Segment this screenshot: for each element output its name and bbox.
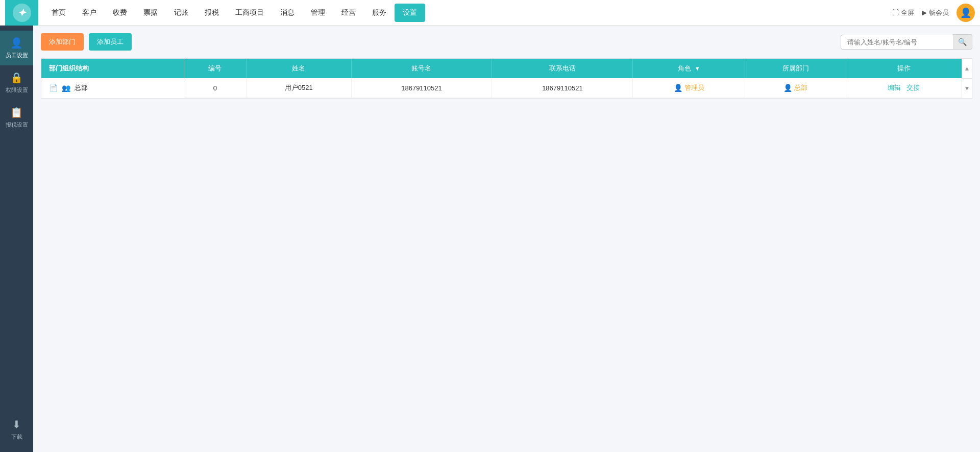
nav-item-operation[interactable]: 经营 xyxy=(333,0,364,26)
search-area: 🔍 xyxy=(841,34,972,50)
nav-item-service[interactable]: 服务 xyxy=(364,0,395,26)
sidebar-item-download[interactable]: ⬇ 下载 xyxy=(0,412,33,447)
sidebar-permission-label: 权限设置 xyxy=(6,86,28,94)
search-button[interactable]: 🔍 xyxy=(953,34,972,50)
employee-table: 编号 姓名 账号名 联系电话 角色 ▼ 所属部门 操作 xyxy=(184,59,962,98)
employee-area: 部门组织结构 📄 👥 总部 编号 姓名 账号名 联系电话 xyxy=(41,58,972,99)
nav-item-tax[interactable]: 报税 xyxy=(197,0,227,26)
toolbar: 添加部门 添加员工 🔍 xyxy=(41,33,972,51)
role-filter-icon[interactable]: ▼ xyxy=(695,65,700,72)
sidebar: 👤 员工设置 🔒 权限设置 📋 报税设置 ⬇ 下载 xyxy=(0,26,33,452)
dept-value: 总部 xyxy=(794,83,807,92)
nav-item-customer[interactable]: 客户 xyxy=(74,0,105,26)
transfer-link[interactable]: 交接 xyxy=(906,84,920,91)
role-badge: 👤 管理员 xyxy=(674,83,704,92)
lock-icon: 🔒 xyxy=(10,72,23,84)
nav-item-ticket[interactable]: 票据 xyxy=(135,0,166,26)
nav-item-account[interactable]: 记账 xyxy=(166,0,197,26)
table-body: 0 用户0521 18679110521 18679110521 👤 管理员 xyxy=(184,78,962,98)
cell-action: 编辑 交接 xyxy=(846,78,962,98)
add-dept-button[interactable]: 添加部门 xyxy=(41,33,84,51)
nav-item-manage[interactable]: 管理 xyxy=(303,0,333,26)
sidebar-item-tax-settings[interactable]: 📋 报税设置 xyxy=(0,100,33,135)
nav-item-business[interactable]: 工商项目 xyxy=(227,0,272,26)
dept-name: 总部 xyxy=(75,83,88,92)
fullscreen-btn[interactable]: ⛶ 全屏 xyxy=(892,8,914,17)
dept-user-icon: 👥 xyxy=(62,84,70,92)
role-label: 角色 xyxy=(678,64,691,72)
search-input[interactable] xyxy=(841,35,953,50)
role-value: 管理员 xyxy=(684,83,704,92)
col-header-account: 账号名 xyxy=(351,59,492,78)
sidebar-tax-label: 报税设置 xyxy=(6,121,28,129)
employee-icon: 👤 xyxy=(10,37,23,49)
cell-id: 0 xyxy=(184,78,246,98)
fullscreen-icon: ⛶ xyxy=(892,9,899,16)
nav-item-home[interactable]: 首页 xyxy=(43,0,74,26)
sidebar-item-permission[interactable]: 🔒 权限设置 xyxy=(0,65,33,100)
vip-label: 畅会员 xyxy=(929,8,949,17)
scroll-control: ▲ ▼ xyxy=(962,59,972,98)
vip-icon: ▶ xyxy=(922,9,927,16)
col-header-id: 编号 xyxy=(184,59,246,78)
col-header-phone: 联系电话 xyxy=(492,59,633,78)
col-header-dept: 所属部门 xyxy=(745,59,846,78)
sidebar-download-label: 下载 xyxy=(11,433,22,441)
col-header-role[interactable]: 角色 ▼ xyxy=(633,59,745,78)
dept-tree-header: 部门组织结构 xyxy=(41,59,184,78)
main-layout: 👤 员工设置 🔒 权限设置 📋 报税设置 ⬇ 下载 添加部门 添加员工 🔍 xyxy=(0,26,980,452)
download-icon: ⬇ xyxy=(12,418,21,431)
cell-account: 18679110521 xyxy=(351,78,492,98)
logo-icon: ✦ xyxy=(13,4,31,22)
cell-phone: 18679110521 xyxy=(492,78,633,98)
dept-user-icon: 👤 xyxy=(783,84,792,92)
dept-tree-item-root[interactable]: 📄 👥 总部 xyxy=(41,78,184,98)
top-navigation: ✦ 首页 客户 收费 票据 记账 报税 工商项目 消息 管理 经营 服务 设置 … xyxy=(0,0,980,26)
scroll-up-btn[interactable]: ▲ xyxy=(962,59,972,79)
fullscreen-label: 全屏 xyxy=(901,8,914,17)
edit-link[interactable]: 编辑 xyxy=(888,84,901,91)
cell-role: 👤 管理员 xyxy=(633,78,745,98)
main-content: 添加部门 添加员工 🔍 部门组织结构 📄 👥 总部 xyxy=(33,26,980,452)
user-avatar[interactable]: 👤 xyxy=(957,4,975,22)
app-logo[interactable]: ✦ xyxy=(5,0,38,26)
folder-icon: 📄 xyxy=(49,84,58,92)
cell-dept: 👤 总部 xyxy=(745,78,846,98)
nav-item-settings[interactable]: 设置 xyxy=(395,4,425,22)
tax-settings-icon: 📋 xyxy=(10,106,23,118)
vip-btn[interactable]: ▶ 畅会员 xyxy=(922,8,949,17)
table-header: 编号 姓名 账号名 联系电话 角色 ▼ 所属部门 操作 xyxy=(184,59,962,78)
col-header-name: 姓名 xyxy=(246,59,351,78)
sidebar-item-employee[interactable]: 👤 员工设置 xyxy=(0,31,33,65)
dept-tree: 部门组织结构 📄 👥 总部 xyxy=(41,59,184,98)
cell-name: 用户0521 xyxy=(246,78,351,98)
sidebar-employee-label: 员工设置 xyxy=(6,52,28,59)
scroll-down-btn[interactable]: ▼ xyxy=(962,79,972,98)
table-row: 0 用户0521 18679110521 18679110521 👤 管理员 xyxy=(184,78,962,98)
nav-item-message[interactable]: 消息 xyxy=(272,0,303,26)
dept-badge: 👤 总部 xyxy=(783,83,807,92)
employee-table-wrap: 编号 姓名 账号名 联系电话 角色 ▼ 所属部门 操作 xyxy=(184,59,962,98)
role-user-icon: 👤 xyxy=(674,84,682,92)
nav-right-area: ⛶ 全屏 ▶ 畅会员 👤 xyxy=(892,4,975,22)
nav-item-fee[interactable]: 收费 xyxy=(105,0,135,26)
add-employee-button[interactable]: 添加员工 xyxy=(89,33,132,51)
sidebar-bottom: ⬇ 下载 xyxy=(0,412,33,447)
col-header-action: 操作 xyxy=(846,59,962,78)
nav-menu: 首页 客户 收费 票据 记账 报税 工商项目 消息 管理 经营 服务 设置 xyxy=(43,0,892,26)
